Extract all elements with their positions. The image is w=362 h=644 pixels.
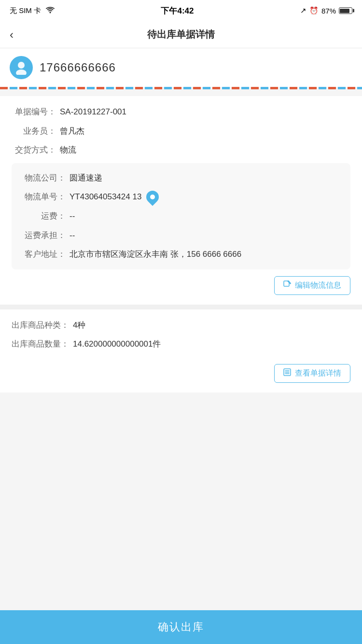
- doc-number-label: 单据编号：: [12, 106, 60, 118]
- svg-point-0: [50, 12, 51, 13]
- logistics-card: 物流公司： 圆通速递 物流单号： YT43064053424 13 运费： --…: [12, 163, 350, 269]
- status-right: ↗ ⏰ 87%: [300, 6, 352, 15]
- nav-bar: ‹ 待出库单据详情: [0, 21, 362, 48]
- location-status-icon: ↗: [300, 6, 306, 15]
- bottom-spacer: [0, 392, 362, 489]
- user-phone: 17666666666: [40, 61, 116, 74]
- tracking-location-icon[interactable]: [144, 188, 162, 206]
- freight-bearer-label: 运费承担：: [21, 229, 70, 242]
- freight-value: --: [70, 210, 341, 223]
- goods-type-value: 4种: [73, 319, 350, 332]
- edit-logistics-button[interactable]: 编辑物流信息: [274, 276, 350, 295]
- address-label: 客户地址：: [21, 248, 70, 261]
- delivery-method-value: 物流: [60, 144, 350, 156]
- doc-number-row: 单据编号： SA-20191227-001: [12, 106, 350, 118]
- edit-icon: [283, 280, 291, 290]
- goods-quantity-value: 14.620000000000001件: [73, 338, 350, 350]
- list-icon: [283, 368, 291, 378]
- goods-section: 出库商品种类： 4种 出库商品数量： 14.620000000000001件 查…: [0, 309, 362, 392]
- confirm-bar[interactable]: 确认出库: [0, 610, 362, 644]
- status-bar: 无 SIM 卡 下午4:42 ↗ ⏰ 87%: [0, 0, 362, 21]
- freight-bearer-value: --: [70, 229, 341, 242]
- delivery-method-row: 交货方式： 物流: [12, 144, 350, 156]
- order-info-section: 单据编号： SA-20191227-001 业务员： 曾凡杰 交货方式： 物流 …: [0, 96, 362, 305]
- avatar: [10, 56, 33, 79]
- tracking-number-value: YT43064053424 13: [70, 191, 341, 203]
- tracking-number-row: 物流单号： YT43064053424 13: [21, 191, 341, 203]
- goods-quantity-row: 出库商品数量： 14.620000000000001件: [12, 338, 350, 350]
- freight-label: 运费：: [21, 210, 70, 223]
- back-button[interactable]: ‹: [10, 24, 19, 45]
- address-row: 客户地址： 北京市市辖区海淀区永丰南 张，156 6666 6666: [21, 248, 341, 261]
- svg-point-1: [18, 62, 25, 69]
- carrier-label: 无 SIM 卡: [10, 6, 41, 15]
- page-title: 待出库单据详情: [147, 28, 215, 41]
- address-value: 北京市市辖区海淀区永丰南 张，156 6666 6666: [70, 248, 341, 261]
- battery-percent: 87%: [321, 7, 336, 15]
- svg-point-2: [16, 70, 27, 75]
- status-time: 下午4:42: [161, 5, 194, 16]
- salesperson-row: 业务员： 曾凡杰: [12, 125, 350, 138]
- logistics-company-value: 圆通速递: [70, 172, 341, 184]
- confirm-button-label: 确认出库: [158, 620, 204, 634]
- view-details-label: 查看单据详情: [295, 368, 341, 378]
- goods-type-row: 出库商品种类： 4种: [12, 319, 350, 332]
- view-details-button[interactable]: 查看单据详情: [274, 364, 350, 383]
- salesperson-value: 曾凡杰: [60, 125, 350, 138]
- wifi-icon: [46, 7, 55, 15]
- section-separator: [0, 305, 362, 309]
- logistics-company-label: 物流公司：: [21, 172, 70, 184]
- dashed-divider: [0, 87, 362, 89]
- doc-number-value: SA-20191227-001: [60, 106, 350, 118]
- battery-icon: [339, 7, 352, 14]
- user-header: 17666666666: [0, 48, 362, 87]
- tracking-number-label: 物流单号：: [21, 191, 70, 203]
- goods-quantity-label: 出库商品数量：: [12, 338, 73, 350]
- edit-logistics-label: 编辑物流信息: [295, 280, 341, 291]
- delivery-method-label: 交货方式：: [12, 144, 60, 156]
- status-left: 无 SIM 卡: [10, 6, 55, 15]
- goods-type-label: 出库商品种类：: [12, 319, 73, 332]
- alarm-icon: ⏰: [309, 6, 319, 15]
- salesperson-label: 业务员：: [12, 125, 60, 138]
- freight-row: 运费： --: [21, 210, 341, 223]
- logistics-company-row: 物流公司： 圆通速递: [21, 172, 341, 184]
- freight-bearer-row: 运费承担： --: [21, 229, 341, 242]
